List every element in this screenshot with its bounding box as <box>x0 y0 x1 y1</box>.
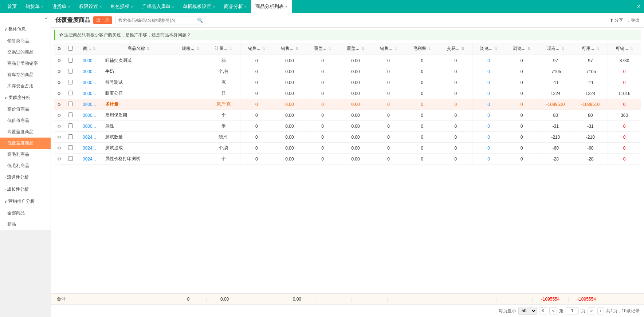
trade-column-header[interactable]: 交易... ⇅ <box>439 43 472 55</box>
row-checkbox[interactable] <box>65 88 76 99</box>
row-settings-icon[interactable]: ⚙ <box>54 66 65 77</box>
row-settings-icon[interactable]: ⚙ <box>54 55 65 66</box>
sidebar-item-all-goods[interactable]: 全部商品 <box>0 207 51 219</box>
row-checkbox[interactable] <box>65 154 76 165</box>
sidebar-item-low-coverage-goods[interactable]: 低覆盖度商品 <box>0 138 51 149</box>
next-page-button[interactable]: > <box>588 307 595 314</box>
sidebar-section-cluster-analysis[interactable]: ∨ 类群度分析 <box>0 92 51 104</box>
page-number-input[interactable] <box>566 307 579 314</box>
sidebar-item-high-value-goods[interactable]: 高价值商品 <box>0 104 51 115</box>
row-checkbox[interactable] <box>65 66 76 77</box>
checkbox-column-header[interactable] <box>65 43 76 55</box>
sales3-column-header[interactable]: 销售... ⇅ <box>372 43 405 55</box>
row-checkbox[interactable] <box>65 55 76 66</box>
view1-column-header[interactable]: 浏览... ⇅ <box>472 43 505 55</box>
row-checkbox[interactable] <box>65 121 76 132</box>
spec-column-header[interactable]: 规格... ⇅ <box>174 43 207 55</box>
nav-close-active-icon[interactable]: × <box>285 4 287 9</box>
nav-close-icon[interactable]: × <box>68 4 70 9</box>
search-input[interactable] <box>118 18 197 23</box>
nav-close-icon[interactable]: × <box>131 4 133 9</box>
last-page-button[interactable]: › <box>597 307 604 314</box>
row-view1[interactable]: 0 <box>472 132 505 143</box>
sidebar-item-high-coverage-goods[interactable]: 高覆盖度商品 <box>0 126 51 138</box>
nav-permission-settings[interactable]: 权限设置 × <box>75 0 106 13</box>
stock1-column-header[interactable]: 现有... ⇅ <box>538 43 573 55</box>
sidebar-item-low-value-goods[interactable]: 低价值商品 <box>0 115 51 126</box>
nav-finished-goods[interactable]: 产成品入库单 × <box>138 0 178 13</box>
row-view1[interactable]: 0 <box>472 110 505 121</box>
nav-close-icon[interactable]: × <box>41 4 43 9</box>
row-code: 0000... <box>76 110 103 121</box>
period-button[interactable]: 近一月 <box>93 16 112 24</box>
sidebar-item-in-stock-goods[interactable]: 有库存的商品 <box>0 69 51 80</box>
row-settings-icon[interactable]: ⚙ <box>54 99 65 110</box>
settings-column-header[interactable]: ⚙ <box>54 43 65 55</box>
nav-sales-order[interactable]: 销货单 × <box>21 0 48 13</box>
prev-page-button[interactable]: < <box>549 307 557 314</box>
sidebar-item-traded-goods[interactable]: 交易过的商品 <box>0 47 51 58</box>
row-stock1: -7105 <box>538 66 573 77</box>
sidebar-section-overall-info[interactable]: ∨ 整体信息 <box>0 23 51 35</box>
sidebar-item-high-margin-goods[interactable]: 高毛利商品 <box>0 149 51 160</box>
row-checkbox[interactable] <box>65 77 76 88</box>
sidebar-section-growth-analysis[interactable]: › 成长性分析 <box>0 183 51 195</box>
row-code: 0000... <box>76 55 103 66</box>
nav-home[interactable]: 首页 <box>3 0 21 13</box>
nav-purchase-order[interactable]: 进货单 × <box>48 0 74 13</box>
row-settings-icon[interactable]: ⚙ <box>54 77 65 88</box>
cover1-column-header[interactable]: 覆盖... ⇅ <box>306 43 339 55</box>
row-view1[interactable]: 0 <box>472 88 505 99</box>
row-checkbox[interactable] <box>65 132 76 143</box>
nav-template-settings[interactable]: 单据模板设置 × <box>178 0 219 13</box>
sellable-column-header[interactable]: 可销... ⇅ <box>608 43 641 55</box>
search-icon[interactable]: 🔍 <box>197 17 203 23</box>
nav-close-icon[interactable]: × <box>244 4 247 9</box>
row-settings-icon[interactable]: ⚙ <box>54 110 65 121</box>
sales-qty-column-header[interactable]: 销售... ⇅ <box>240 43 273 55</box>
cover2-column-header[interactable]: 覆盖... ⇅ <box>339 43 372 55</box>
share-button[interactable]: ⬆ 分享 <box>610 17 623 23</box>
row-settings-icon[interactable]: ⚙ <box>54 154 65 165</box>
view2-column-header[interactable]: 浏览... ⇅ <box>505 43 538 55</box>
sidebar-collapse-button[interactable]: « <box>45 15 48 21</box>
unit-column-header[interactable]: 计量... ⇅ <box>207 43 240 55</box>
sidebar-section-marketing-analysis[interactable]: ∨ 营销推广分析 <box>0 195 51 207</box>
sidebar-item-inventory-capital[interactable]: 库存资金占用 <box>0 80 51 92</box>
sidebar-item-low-margin-goods[interactable]: 低毛利商品 <box>0 160 51 171</box>
row-settings-icon[interactable]: ⚙ <box>54 143 65 154</box>
row-view1[interactable]: 0 <box>472 143 505 154</box>
nav-goods-analysis[interactable]: 商品分析 × <box>220 0 251 13</box>
export-button[interactable]: ↓ 导出 <box>628 17 640 23</box>
stock2-column-header[interactable]: 可用... ⇅ <box>573 43 608 55</box>
row-view1[interactable]: 0 <box>472 77 505 88</box>
row-view1[interactable]: 0 <box>472 121 505 132</box>
row-view1[interactable]: 0 <box>472 66 505 77</box>
select-all-checkbox[interactable] <box>68 46 73 51</box>
name-column-header[interactable]: 商品名称 ⇅ <box>103 43 174 55</box>
sidebar-item-sales-goods[interactable]: 销售类商品 <box>0 35 51 47</box>
row-view1[interactable]: 0 <box>472 55 505 66</box>
row-view1[interactable]: 0 <box>472 99 505 110</box>
row-checkbox[interactable] <box>65 143 76 154</box>
row-settings-icon[interactable]: ⚙ <box>54 121 65 132</box>
row-checkbox[interactable] <box>65 110 76 121</box>
row-settings-icon[interactable]: ⚙ <box>54 132 65 143</box>
first-page-button[interactable]: K <box>539 307 547 314</box>
nav-close-icon[interactable]: × <box>172 4 174 9</box>
nav-close-icon[interactable]: × <box>213 4 215 9</box>
close-all-tabs-icon[interactable]: × <box>637 3 640 10</box>
code-column-header[interactable]: 商... ⇅ <box>76 43 103 55</box>
sidebar-section-liquidity-analysis[interactable]: › 流通性分析 <box>0 171 51 183</box>
nav-role-auth[interactable]: 角色授权 × <box>106 0 137 13</box>
margin-column-header[interactable]: 毛利率 ⇅ <box>405 43 439 55</box>
row-settings-icon[interactable]: ⚙ <box>54 88 65 99</box>
per-page-select[interactable]: 50 20 100 <box>518 307 537 315</box>
sidebar-item-category-turnover[interactable]: 商品分类动销率 <box>0 58 51 69</box>
row-checkbox[interactable] <box>65 99 76 110</box>
row-view1[interactable]: 0 <box>472 154 505 165</box>
nav-goods-analysis-list[interactable]: 商品分析列表 × <box>251 0 292 13</box>
sales-amt-column-header[interactable]: 销售... ⇅ <box>273 43 306 55</box>
sidebar-item-new-goods[interactable]: 新品 <box>0 219 51 230</box>
nav-close-icon[interactable]: × <box>99 4 102 9</box>
